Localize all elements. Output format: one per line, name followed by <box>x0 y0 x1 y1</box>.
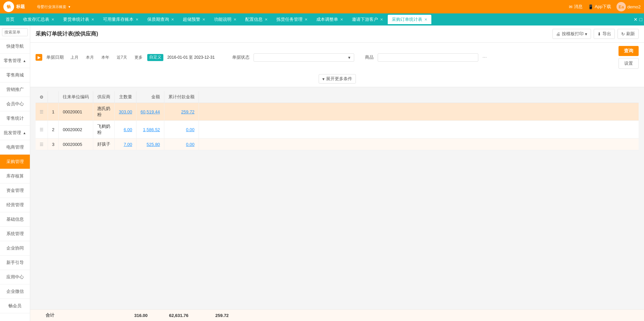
sidebar-item-member-vip[interactable]: 畅会员 <box>0 299 30 313</box>
settings-button[interactable]: 设置 <box>619 58 639 69</box>
shortcut-this-month[interactable]: 本月 <box>83 54 97 61</box>
nav-tab-cost-adjust[interactable]: 成本调整单 ✕ <box>312 15 347 24</box>
row-quantity[interactable]: 6.00 <box>115 121 137 139</box>
table-row[interactable]: ☰200020002飞鹤奶粉6.001,586.520.00 <box>36 121 639 139</box>
sidebar-item-members[interactable]: 会员中心 <box>0 97 30 111</box>
export-icon: ⬇ <box>597 32 601 37</box>
maximize-icon[interactable]: □ <box>640 17 642 22</box>
export-button[interactable]: ⬇ 导出 <box>594 29 615 39</box>
row-amount[interactable]: 1,586.52 <box>137 121 164 139</box>
app-download-btn[interactable]: 📱 App下载 <box>588 4 611 10</box>
nav-tab-label: 配置信息 <box>245 16 263 22</box>
avatar: Ea <box>616 2 626 11</box>
sidebar-item-retail-mall[interactable]: 零售商城 <box>0 68 30 83</box>
row-menu-icon[interactable]: ☰ <box>40 142 44 147</box>
sidebar-item-app-center[interactable]: 应用中心 <box>0 270 30 284</box>
user-area[interactable]: Ea demo2 <box>616 2 641 11</box>
search-input[interactable] <box>2 28 28 36</box>
sidebar-item-sys-admin[interactable]: 系统管理 <box>0 227 30 241</box>
status-select[interactable]: ▾ <box>254 53 354 62</box>
close-window-icon[interactable]: ✕ <box>634 17 638 22</box>
query-section: 查询 设置 <box>619 46 639 69</box>
nav-tab-warranty[interactable]: 保质期查询 ✕ <box>143 15 178 24</box>
sidebar-item-wholesale[interactable]: 批发管理 ▲ <box>0 126 30 140</box>
nav-tab-close-icon[interactable]: ✕ <box>380 17 383 22</box>
row-amount[interactable]: 525.80 <box>137 139 164 150</box>
nav-tab-close-icon[interactable]: ✕ <box>51 17 54 22</box>
row-paid-amount[interactable]: 259.72 <box>164 103 199 121</box>
nav-tab-close-icon[interactable]: ✕ <box>305 17 308 22</box>
nav-tab-close-icon[interactable]: ✕ <box>136 17 139 22</box>
shortcut-7days[interactable]: 近7天 <box>114 54 130 61</box>
nav-tab-config[interactable]: 配置信息 ✕ <box>241 15 272 24</box>
table-row[interactable]: ☰100020001惠氏奶粉303.0060,519.44259.72 <box>36 103 639 121</box>
row-paid-amount[interactable]: 0.00 <box>164 121 199 139</box>
sidebar-item-basic-info[interactable]: 基础信息 <box>0 212 30 227</box>
expand-more-btn[interactable]: ▾ 展开更多条件 <box>319 74 356 84</box>
nav-tab-label: 可用量库存账本 <box>103 16 133 22</box>
nav-tab-manual[interactable]: 功能说明 ✕ <box>210 15 240 24</box>
sidebar-item-retail-stats[interactable]: 零售统计 <box>0 111 30 126</box>
nav-tab-purchase-summary[interactable]: 采购订单统计表 ✕ <box>388 15 431 24</box>
goods-input[interactable] <box>378 53 478 62</box>
date-shortcuts: 上月 本月 本年 近7天 更多 自定义 <box>68 54 163 61</box>
row-index: 1 <box>48 103 59 121</box>
query-button[interactable]: 查询 <box>619 46 639 56</box>
sidebar-item-ecommerce[interactable]: 电商管理 <box>0 140 30 155</box>
nav-tab-invite[interactable]: 邀请下游客户 ✕ <box>348 15 387 24</box>
sidebar-item-purchase[interactable]: 采购管理 <box>0 155 30 169</box>
row-settings-icon[interactable]: ☰ <box>36 139 48 150</box>
nav-tab-close-icon[interactable]: ✕ <box>202 17 205 22</box>
workspace-name: 母婴行业演示账套 <box>37 4 66 9</box>
sidebar-item-operations[interactable]: 经营管理 <box>0 198 30 212</box>
row-extra <box>199 121 639 139</box>
sidebar-item-quick-nav[interactable]: 快捷导航 <box>0 39 30 54</box>
nav-tab-close-icon[interactable]: ✕ <box>171 17 174 22</box>
nav-tab-home[interactable]: 首页 <box>2 15 18 24</box>
nav-tab-close-icon[interactable]: ✕ <box>91 17 94 22</box>
nav-tab-label: 保质期查询 <box>147 16 169 22</box>
nav-tab-label: 首页 <box>6 16 14 22</box>
row-paid-amount[interactable]: 0.00 <box>164 139 199 150</box>
shortcut-this-year[interactable]: 本年 <box>99 54 112 61</box>
sidebar-item-finance[interactable]: 资金管理 <box>0 183 30 198</box>
main-layout: 快捷导航零售管理 ▲零售商城营销推广会员中心零售统计批发管理 ▲电商管理采购管理… <box>0 25 644 321</box>
row-settings-icon[interactable]: ☰ <box>36 103 48 121</box>
sidebar-item-search[interactable] <box>0 25 30 39</box>
filter-toggle-arrow[interactable]: ▶ <box>36 54 42 61</box>
row-quantity[interactable]: 303.00 <box>115 103 137 121</box>
sidebar-item-marketing[interactable]: 营销推广 <box>0 83 30 97</box>
nav-tab-close-icon[interactable]: ✕ <box>340 17 343 22</box>
nav-tab-inventory[interactable]: 可用量库存账本 ✕ <box>99 15 143 24</box>
col-settings[interactable]: ⚙ <box>36 91 48 103</box>
refresh-button[interactable]: ↻ 刷新 <box>618 29 639 39</box>
nav-tab-close-icon[interactable]: ✕ <box>424 17 427 22</box>
goods-more-icon[interactable]: ··· <box>482 54 487 60</box>
row-menu-icon[interactable]: ☰ <box>40 127 44 132</box>
nav-tab-order-summary[interactable]: 要货单统计表 ✕ <box>59 15 98 24</box>
shortcut-more[interactable]: 更多 <box>132 54 145 61</box>
nav-tab-overstock[interactable]: 超储预警 ✕ <box>179 15 209 24</box>
table-row[interactable]: ☰300020005好孩子7.00525.800.00 <box>36 139 639 150</box>
nav-tab-close-icon[interactable]: ✕ <box>233 17 236 22</box>
sidebar-item-wechat[interactable]: 企业微信 <box>0 284 30 299</box>
nav-tab-picking[interactable]: 拣货任务管理 ✕ <box>272 15 312 24</box>
goods-filter-label: 商品 <box>365 54 374 60</box>
sidebar-item-new-guide[interactable]: 新手引导 <box>0 256 30 270</box>
nav-tab-close-icon[interactable]: ✕ <box>265 17 268 22</box>
row-menu-icon[interactable]: ☰ <box>40 109 44 114</box>
row-index: 2 <box>48 121 59 139</box>
row-quantity[interactable]: 7.00 <box>115 139 137 150</box>
message-btn[interactable]: ✉ 消息 <box>569 4 583 10</box>
sidebar-item-retail[interactable]: 零售管理 ▲ <box>0 54 30 68</box>
row-amount[interactable]: 60,519.44 <box>137 103 164 121</box>
sidebar-item-cooperation[interactable]: 企业协同 <box>0 241 30 256</box>
workspace-selector[interactable]: 母婴行业演示账套 ▾ <box>37 4 569 9</box>
nav-tab-label: 收发存汇总表 <box>23 16 49 22</box>
template-print-button[interactable]: 🖨 按模板打印 ▾ <box>552 29 591 39</box>
sidebar-item-inventory-check[interactable]: 库存核算 <box>0 169 30 183</box>
row-settings-icon[interactable]: ☰ <box>36 121 48 139</box>
shortcut-last-month[interactable]: 上月 <box>68 54 81 61</box>
nav-tab-collection[interactable]: 收发存汇总表 ✕ <box>19 15 58 24</box>
footer-cells: 316.00 62,631.76 259.72 <box>68 313 639 318</box>
